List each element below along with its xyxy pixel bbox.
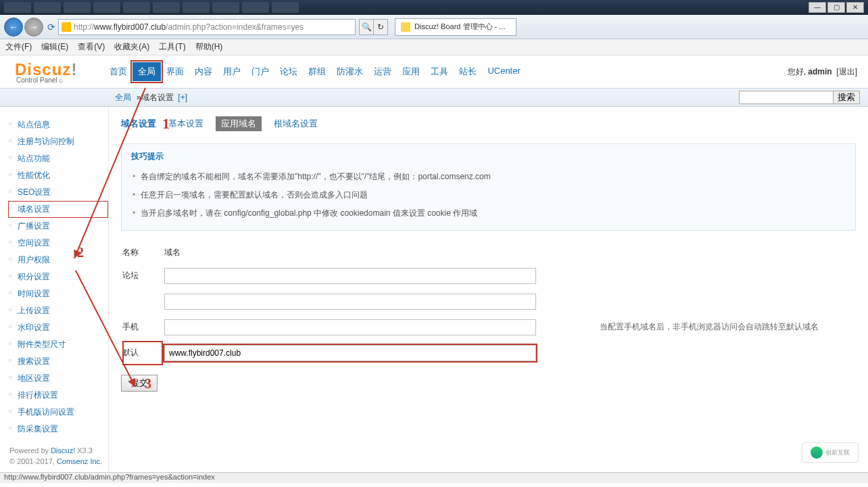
tab-title: Discuz! Board 管理中心 - ... [414, 22, 505, 32]
sidebar-item-8[interactable]: 用户权限 [8, 252, 108, 269]
window-maximize[interactable]: ▢ [827, 2, 845, 13]
sidebar-item-10[interactable]: 时间设置 [8, 285, 108, 302]
admin-header: Discuz! Control Panel ⌂ 首页全局界面内容用户门户论坛群组… [0, 55, 868, 88]
topnav-全局[interactable]: 全局 [132, 62, 161, 81]
main-content: 域名设置 基本设置 应用域名 根域名设置 技巧提示 各自绑定的域名不能相同，域名… [108, 107, 868, 472]
topnav-内容[interactable]: 内容 [189, 62, 218, 81]
sidebar-item-2[interactable]: 站点功能 [8, 150, 108, 167]
breadcrumb-root[interactable]: 全局 [115, 92, 131, 103]
sidebar-item-7[interactable]: 空间设置 [8, 235, 108, 252]
menu-view[interactable]: 查看(V) [78, 41, 105, 53]
sidebar-item-17[interactable]: 手机版访问设置 [8, 404, 108, 421]
topnav-首页[interactable]: 首页 [104, 62, 132, 81]
topnav-界面[interactable]: 界面 [161, 62, 189, 81]
row-mobile-input[interactable] [164, 319, 536, 335]
menu-favorites[interactable]: 收藏夹(A) [114, 41, 149, 53]
top-nav: 首页全局界面内容用户门户论坛群组防灌水运营应用工具站长UCenter [104, 62, 525, 81]
watermark-icon [811, 446, 823, 459]
breadcrumb-sep: » [137, 93, 141, 102]
sidebar: 站点信息注册与访问控制站点功能性能优化SEO设置域名设置广播设置空间设置用户权限… [0, 107, 108, 472]
username: admin [808, 67, 831, 76]
sidebar-item-16[interactable]: 排行榜设置 [8, 387, 108, 404]
topnav-工具[interactable]: 工具 [425, 62, 454, 81]
tip-0: 各自绑定的域名不能相同，域名不需要添加"http://"，也不要以"/"结尾，例… [131, 168, 846, 186]
row-blank-label [122, 289, 163, 314]
greet-text: 您好, [788, 67, 809, 76]
site-favicon [62, 22, 71, 32]
topnav-论坛[interactable]: 论坛 [274, 62, 303, 81]
sidebar-item-14[interactable]: 搜索设置 [8, 353, 108, 370]
url-scheme: http:// [74, 22, 94, 32]
address-bar[interactable]: http://www.flybird007.club/admin.php?act… [58, 19, 356, 35]
sidebar-item-3[interactable]: 性能优化 [8, 167, 108, 184]
row-forum-label: 论坛 [122, 264, 163, 288]
topnav-站长[interactable]: 站长 [454, 62, 482, 81]
os-taskbar: — ▢ ✕ [0, 0, 868, 15]
col-domain: 域名 [164, 243, 592, 262]
admin-search-button[interactable]: 搜索 [833, 91, 860, 104]
status-text: http://www.flybird007.club/admin.php?fra… [4, 473, 215, 481]
browser-tab[interactable]: Discuz! Board 管理中心 - ... [395, 18, 516, 36]
footer: Powered by Discuz! X3.3 © 2001-2017, Com… [9, 446, 102, 467]
tab-basic[interactable]: 基本设置 [168, 118, 203, 130]
footer-discuz-link[interactable]: Discuz! [51, 446, 75, 455]
tip-2: 当开启多域名时，请在 config/config_global.php 中修改 … [131, 204, 846, 223]
refresh-icon[interactable]: ⟳ [47, 22, 55, 32]
row-default-label: 默认 [122, 341, 163, 365]
browser-menubar: 文件(F) 编辑(E) 查看(V) 收藏夹(A) 工具(T) 帮助(H) [0, 39, 868, 55]
col-name: 名称 [122, 243, 163, 262]
breadcrumb-add[interactable]: [+] [178, 93, 187, 102]
row-blank-input[interactable] [164, 294, 536, 310]
sidebar-item-12[interactable]: 水印设置 [8, 319, 108, 336]
topnav-UCenter[interactable]: UCenter [482, 62, 525, 81]
logout-link[interactable]: [退出] [836, 67, 857, 76]
menu-file[interactable]: 文件(F) [5, 41, 32, 53]
content-tabs: 域名设置 基本设置 应用域名 根域名设置 [121, 116, 856, 131]
browser-toolbar: ← → ⟳ http://www.flybird007.club/admin.p… [0, 15, 868, 39]
user-area: 您好, admin [退出] [788, 66, 857, 78]
tab-favicon [401, 22, 410, 32]
sidebar-item-11[interactable]: 上传设置 [8, 302, 108, 319]
tips-box: 技巧提示 各自绑定的域名不能相同，域名不需要添加"http://"，也不要以"/… [121, 143, 856, 231]
submit-button[interactable]: 提交 [121, 375, 158, 392]
sidebar-item-6[interactable]: 广播设置 [8, 218, 108, 235]
tab-app-domain[interactable]: 应用域名 [216, 116, 262, 131]
tab-domain-settings[interactable]: 域名设置 [121, 118, 156, 130]
window-close[interactable]: ✕ [846, 2, 864, 13]
sidebar-item-1[interactable]: 注册与访问控制 [8, 133, 108, 150]
admin-search-input[interactable] [739, 91, 834, 104]
tips-title: 技巧提示 [131, 151, 846, 162]
topnav-应用[interactable]: 应用 [397, 62, 425, 81]
topnav-门户[interactable]: 门户 [246, 62, 274, 81]
browser-status-bar: http://www.flybird007.club/admin.php?fra… [0, 472, 868, 483]
breadcrumb-bar: 全局 » 域名设置 [+] 搜索 [0, 88, 868, 107]
topnav-运营[interactable]: 运营 [368, 62, 397, 81]
window-minimize[interactable]: — [809, 2, 826, 13]
refresh-button[interactable]: ↻ [373, 19, 388, 35]
url-path: /admin.php?action=index&frames=yes [166, 22, 304, 32]
footer-comsenz-link[interactable]: Comsenz Inc. [57, 457, 102, 465]
sidebar-item-18[interactable]: 防采集设置 [8, 421, 108, 438]
back-button[interactable]: ← [4, 18, 23, 37]
url-host: www.flybird007.club [94, 22, 166, 32]
topnav-防灌水[interactable]: 防灌水 [331, 62, 368, 81]
topnav-群组[interactable]: 群组 [303, 62, 331, 81]
row-mobile-note: 当配置手机域名后，非手机浏览器访问会自动跳转至默认域名 [593, 315, 854, 340]
go-button[interactable]: 🔍 [359, 19, 374, 35]
sidebar-item-0[interactable]: 站点信息 [8, 116, 108, 133]
sidebar-item-13[interactable]: 附件类型尺寸 [8, 336, 108, 353]
row-forum-input[interactable] [164, 268, 536, 284]
breadcrumb-current: 域名设置 [141, 92, 174, 103]
domain-form-table: 名称 域名 论坛 手机 当配置手机域名后，非手机浏览器访问会自动跳转至默认域名 … [121, 241, 856, 367]
row-default-input[interactable] [164, 345, 536, 361]
sidebar-item-9[interactable]: 积分设置 [8, 269, 108, 285]
menu-help[interactable]: 帮助(H) [195, 41, 223, 53]
tab-root-domain[interactable]: 根域名设置 [274, 118, 318, 130]
menu-tools[interactable]: 工具(T) [159, 41, 185, 53]
forward-button[interactable]: → [24, 18, 43, 37]
sidebar-item-5[interactable]: 域名设置 [8, 201, 108, 218]
sidebar-item-4[interactable]: SEO设置 [8, 184, 108, 201]
menu-edit[interactable]: 编辑(E) [41, 41, 68, 53]
topnav-用户[interactable]: 用户 [218, 62, 246, 81]
sidebar-item-15[interactable]: 地区设置 [8, 370, 108, 387]
